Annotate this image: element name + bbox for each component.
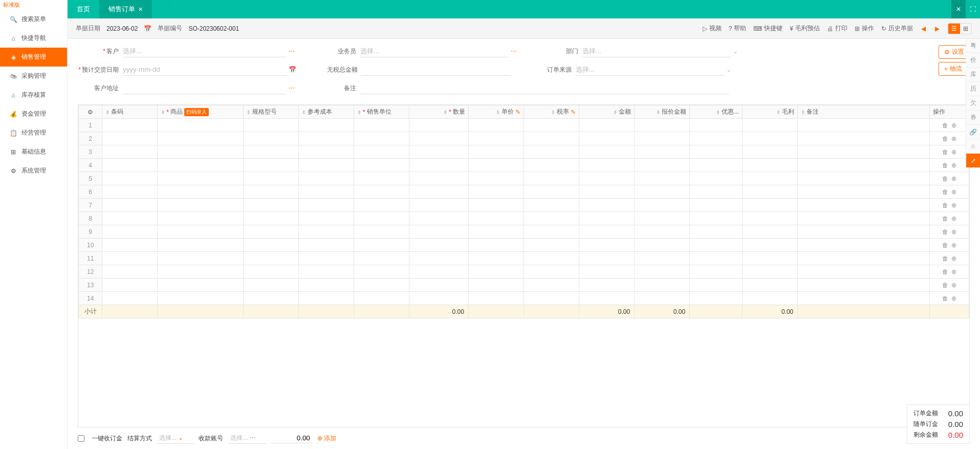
delete-row-icon[interactable]: 🗑 [942,148,948,156]
table-row[interactable]: 5🗑⊕ [79,172,969,185]
delete-row-icon[interactable]: 🗑 [942,122,948,129]
table-row[interactable]: 2🗑⊕ [79,132,969,145]
table-row[interactable]: 6🗑⊕ [79,185,969,199]
sidebar-item-funds[interactable]: 💰资金管理 [0,104,67,123]
col-product[interactable]: ▲▼*商品扫码录入 [158,105,243,119]
next-doc-button[interactable]: ▶ [934,25,941,32]
toolbar-play-button[interactable]: ▷视频 [703,24,722,33]
col-profit[interactable]: ▲▼毛利 [743,105,798,119]
toolbar-history-button[interactable]: ↻历史单据 [881,24,913,33]
copy-row-icon[interactable]: ⊕ [951,215,956,222]
tab-close-icon[interactable]: ✕ [138,6,143,13]
edit-icon[interactable]: ✎ [515,109,520,116]
delivery-date-input[interactable] [123,63,287,76]
delete-row-icon[interactable]: 🗑 [942,255,948,262]
delete-row-icon[interactable]: 🗑 [942,135,948,142]
fullscreen-button[interactable]: ⛶ [966,0,980,18]
sidebar-item-search[interactable]: 🔍搜索菜单 [0,10,67,29]
rail-item-star[interactable]: ☆ [966,139,980,154]
toolbar-print-button[interactable]: 🖨打印 [827,24,847,33]
delete-row-icon[interactable]: 🗑 [942,295,948,302]
table-row[interactable]: 13🗑⊕ [79,279,969,292]
sidebar-item-home[interactable]: ⌂快捷导航 [0,29,67,48]
copy-row-icon[interactable]: ⊕ [951,202,956,209]
table-row[interactable]: 4🗑⊕ [79,159,969,172]
col-price[interactable]: ▲▼单价✎ [468,105,524,119]
settings-button[interactable]: ⚙ 设置 [939,45,970,59]
col-note[interactable]: ▲▼备注 [798,105,929,119]
col-qty[interactable]: ▲▼*数量 [409,105,469,119]
delete-row-icon[interactable]: 🗑 [942,215,948,222]
customer-picker-icon[interactable]: ⋯ [289,48,295,55]
toolbar-help-button[interactable]: ?帮助 [729,24,747,33]
rail-item-券[interactable]: 券 [966,111,980,125]
tab-销售订单[interactable]: 销售订单✕ [99,0,152,18]
salesman-input[interactable] [360,45,509,57]
deposit-checkbox[interactable] [78,435,84,442]
copy-row-icon[interactable]: ⊕ [951,148,956,156]
col-tax[interactable]: ▲▼税率✎ [524,105,579,119]
delete-row-icon[interactable]: 🗑 [942,268,948,275]
copy-row-icon[interactable]: ⊕ [951,188,956,196]
delete-row-icon[interactable]: 🗑 [942,282,948,289]
close-all-tabs-button[interactable]: ✕ [951,0,966,18]
logistics-button[interactable]: + 物流 [939,62,970,76]
col-quote[interactable]: ▲▼报价金额 [635,105,690,119]
footer-amount-input[interactable] [271,433,312,443]
tab-首页[interactable]: 首页 [68,0,99,18]
col-amount[interactable]: ▲▼金额 [579,105,635,119]
copy-row-icon[interactable]: ⊕ [951,295,956,302]
table-row[interactable]: 1🗑⊕ [79,119,969,132]
prev-doc-button[interactable]: ◀ [920,25,927,32]
dept-input[interactable] [582,45,731,57]
sidebar-item-inventory[interactable]: ⌂库存核算 [0,85,67,104]
delete-row-icon[interactable]: 🗑 [942,175,948,182]
delete-row-icon[interactable]: 🗑 [942,242,948,249]
scan-badge[interactable]: 扫码录入 [184,108,209,116]
order-source-input[interactable] [576,63,724,76]
copy-row-icon[interactable]: ⊕ [951,255,956,262]
customer-input[interactable] [123,45,287,57]
col-refcost[interactable]: ▲▼参考成本 [298,105,354,119]
delete-row-icon[interactable]: 🗑 [942,188,948,196]
doc-date-value[interactable]: 2023-06-02 [106,25,138,32]
notax-total-input[interactable] [362,63,510,76]
delivery-calendar-icon[interactable]: 📅 [289,66,296,73]
view-list-button[interactable]: ⊞ [960,24,971,34]
sidebar-item-system[interactable]: ⚙系统管理 [0,161,67,180]
copy-row-icon[interactable]: ⊕ [951,268,956,275]
rail-item-历[interactable]: 历 [966,82,980,96]
copy-row-icon[interactable]: ⊕ [951,282,956,289]
table-row[interactable]: 9🗑⊕ [79,225,969,239]
sidebar-item-purchase[interactable]: 🛍采购管理 [0,67,67,85]
table-row[interactable]: 12🗑⊕ [79,265,969,279]
toolbar-keyboard-button[interactable]: ⌨快捷键 [753,24,782,33]
copy-row-icon[interactable]: ⊕ [951,162,956,169]
calendar-icon[interactable]: 📅 [144,25,151,32]
sidebar-item-sales[interactable]: ◈销售管理 [0,48,67,67]
table-row[interactable]: 8🗑⊕ [79,212,969,225]
sidebar-item-basic[interactable]: ⊞基础信息 [0,142,67,161]
rail-item-欠[interactable]: 欠 [966,96,980,111]
order-source-chevron-icon[interactable]: ⌄ [726,66,731,73]
col-barcode[interactable]: ▲▼条码 [102,105,158,119]
edit-icon[interactable]: ✎ [571,109,576,116]
copy-row-icon[interactable]: ⊕ [951,122,956,129]
account-select[interactable]: 选择... ⋯ [228,433,266,444]
rail-item-库[interactable]: 库 [966,68,980,82]
table-row[interactable]: 14🗑⊕ [79,292,969,305]
address-input[interactable] [123,82,287,94]
col-unit[interactable]: ▲▼*销售单位 [354,105,409,119]
address-picker-icon[interactable]: ⋯ [289,84,295,92]
salesman-picker-icon[interactable]: ⋯ [511,48,517,55]
copy-row-icon[interactable]: ⊕ [951,228,956,236]
remark-input[interactable] [360,82,729,94]
table-row[interactable]: 3🗑⊕ [79,145,969,159]
copy-row-icon[interactable]: ⊕ [951,175,956,182]
col-spec[interactable]: ▲▼规格型号 [243,105,298,119]
rail-item-粤[interactable]: 粤 [966,39,980,53]
add-payment-button[interactable]: ⊕添加 [317,434,336,443]
copy-row-icon[interactable]: ⊕ [951,135,956,142]
settle-select[interactable]: 选择... ⌄ [157,433,193,444]
rail-item-link[interactable]: 🔗 [966,125,980,139]
